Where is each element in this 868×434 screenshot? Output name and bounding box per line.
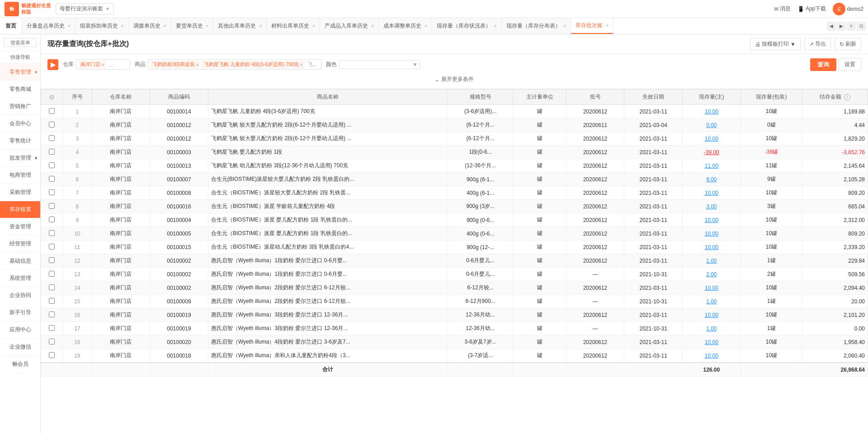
sidebar-item-retail-mgmt[interactable]: 零售管理 ▼ xyxy=(0,64,40,81)
row-checkbox[interactable] xyxy=(49,122,55,127)
sidebar-shortcut[interactable]: 快捷导航 xyxy=(0,51,40,64)
sidebar-item-system[interactable]: 系统管理 xyxy=(0,270,40,287)
qty-main-link[interactable]: 10.00 xyxy=(705,231,718,237)
tab-next-button[interactable]: ▶ xyxy=(837,22,846,31)
filter-more-button[interactable]: 飞... xyxy=(306,61,319,68)
close-icon[interactable]: × xyxy=(312,24,315,28)
cell-checkbox[interactable] xyxy=(41,335,63,349)
export-button[interactable]: ↗ 导出 xyxy=(804,38,831,50)
tab-zuzhuang-lishi[interactable]: 组装拆卸单历史 × xyxy=(75,18,129,34)
product-tag-container[interactable]: 飞鹤奶粉3段两提装 × 飞鹤星飞帆 儿童奶粉 4段(3-6岁适用) 700克 ×… xyxy=(148,59,321,70)
cell-checkbox[interactable] xyxy=(41,241,63,254)
sidebar-item-enterprise-wechat[interactable]: 企业微信 xyxy=(0,339,40,356)
qty-main-link[interactable]: 10.00 xyxy=(705,217,718,223)
sidebar-item-operations[interactable]: 经营管理 xyxy=(0,236,40,253)
cell-checkbox[interactable] xyxy=(41,322,63,335)
sidebar-item-basic-info[interactable]: 基础信息 xyxy=(0,253,40,270)
tab-prev-button[interactable]: ◀ xyxy=(827,22,836,31)
cell-checkbox[interactable] xyxy=(41,227,63,241)
user-profile[interactable]: E demo2 xyxy=(833,3,863,15)
sidebar-item-wholesale-mgmt[interactable]: 批发管理 ▼ xyxy=(0,150,40,167)
qty-main-link[interactable]: 10.00 xyxy=(705,353,718,359)
close-icon[interactable]: × xyxy=(259,24,262,28)
sidebar-item-purchase[interactable]: 采购管理 xyxy=(0,184,40,201)
sidebar-item-app-center[interactable]: 应用中心 xyxy=(0,321,40,339)
row-checkbox[interactable] xyxy=(49,352,55,358)
color-tag-container[interactable]: ▼ xyxy=(339,60,420,69)
qty-main-link[interactable]: 10.00 xyxy=(705,108,718,115)
qty-main-link[interactable]: 1.00 xyxy=(706,298,717,305)
tab-close-button[interactable]: × xyxy=(847,22,856,31)
account-selector[interactable]: 母婴行业演示账套 ▼ xyxy=(56,3,114,14)
sidebar-item-ecommerce[interactable]: 电商管理 xyxy=(0,167,40,184)
cell-checkbox[interactable] xyxy=(41,295,63,308)
close-icon[interactable]: × xyxy=(164,24,166,28)
row-checkbox[interactable] xyxy=(49,339,55,344)
row-checkbox[interactable] xyxy=(49,149,55,155)
close-icon[interactable]: × xyxy=(606,23,609,28)
qty-main-link[interactable]: -39.00 xyxy=(704,149,719,156)
row-checkbox[interactable] xyxy=(49,298,55,304)
qty-main-link[interactable]: 1.00 xyxy=(706,258,717,264)
cell-checkbox[interactable] xyxy=(41,186,63,200)
tab-xiancunliang-fenbiao[interactable]: 现存量（库存分布表） × xyxy=(502,18,571,34)
close-icon[interactable]: × xyxy=(196,62,198,67)
row-checkbox[interactable] xyxy=(49,135,55,141)
cell-checkbox[interactable] xyxy=(41,105,63,118)
print-button[interactable]: 🖨 按模板打印 ▼ xyxy=(750,38,801,50)
info-icon[interactable]: i xyxy=(844,94,850,100)
close-icon[interactable]: × xyxy=(300,62,302,67)
refresh-button[interactable]: ↻ 刷新 xyxy=(835,38,861,50)
cell-checkbox[interactable] xyxy=(41,268,63,281)
tab-home[interactable]: 首页 xyxy=(0,18,22,34)
tab-kucun-pizhang[interactable]: 库存批次账 × xyxy=(571,18,613,34)
close-icon[interactable]: × xyxy=(121,24,124,28)
cell-checkbox[interactable] xyxy=(41,308,63,322)
cell-checkbox[interactable] xyxy=(41,132,63,146)
sidebar-item-member-center[interactable]: 会员中心 xyxy=(0,115,40,132)
qty-main-link[interactable]: 2.00 xyxy=(706,271,717,278)
tab-expand-button[interactable]: ⊡ xyxy=(857,22,866,31)
qty-main-link[interactable]: 10.00 xyxy=(705,339,718,345)
close-icon[interactable]: × xyxy=(371,24,374,28)
sidebar-item-inventory[interactable]: 库存核算 xyxy=(0,201,40,218)
qty-main-link[interactable]: 3.00 xyxy=(706,203,717,210)
sidebar-item-retail-stats[interactable]: 零售统计 xyxy=(0,132,40,150)
sidebar-item-enterprise[interactable]: 企业协同 xyxy=(0,287,40,304)
cell-checkbox[interactable] xyxy=(41,173,63,186)
qty-main-link[interactable]: 10.00 xyxy=(705,136,718,142)
cell-checkbox[interactable] xyxy=(41,281,63,295)
row-checkbox[interactable] xyxy=(49,271,55,277)
sidebar-item-vip[interactable]: 畅会员 xyxy=(0,356,40,373)
tab-chengben-lishi[interactable]: 成本调整单历史 × xyxy=(379,18,432,34)
row-checkbox[interactable] xyxy=(49,257,55,263)
close-icon[interactable]: × xyxy=(206,24,209,28)
cell-checkbox[interactable] xyxy=(41,200,63,213)
cell-checkbox[interactable] xyxy=(41,254,63,268)
qty-main-link[interactable]: 10.00 xyxy=(705,244,718,250)
cell-checkbox[interactable] xyxy=(41,159,63,173)
qty-main-link[interactable]: 9.00 xyxy=(706,176,717,183)
tab-xiancunliang-kuanzhuang[interactable]: 现存量（库存状况表） × xyxy=(432,18,502,34)
tab-yaohuo-lishi[interactable]: 要货单历史 × xyxy=(171,18,214,34)
qty-main-link[interactable]: 10.00 xyxy=(705,312,718,318)
tab-fenpan-lishi[interactable]: 分量盘点单历史 × xyxy=(22,18,75,34)
expand-more-conditions[interactable]: ⌄ 展开更多条件 xyxy=(433,74,476,85)
app-download-button[interactable]: 📱 App下载 xyxy=(797,5,826,13)
filter-expand-arrow[interactable]: ▶ xyxy=(47,59,58,70)
row-checkbox[interactable] xyxy=(49,244,55,250)
row-checkbox[interactable] xyxy=(49,108,55,114)
row-checkbox[interactable] xyxy=(49,176,55,182)
qty-main-link[interactable]: 0.00 xyxy=(706,122,717,128)
tab-qitachuku-lishi[interactable]: 其他出库单历史 × xyxy=(213,18,267,34)
row-checkbox[interactable] xyxy=(49,311,55,317)
close-icon[interactable]: × xyxy=(425,24,427,28)
qty-main-link[interactable]: 10.00 xyxy=(705,190,718,196)
qty-main-link[interactable]: 11.00 xyxy=(705,163,718,169)
close-icon[interactable]: × xyxy=(68,24,71,28)
tab-cailiao-lishi[interactable]: 材料出库单历史 × xyxy=(267,18,320,34)
row-checkbox[interactable] xyxy=(49,284,55,290)
cell-checkbox[interactable] xyxy=(41,118,63,132)
sidebar-item-marketing[interactable]: 营销推广 xyxy=(0,98,40,115)
cell-checkbox[interactable] xyxy=(41,349,63,363)
